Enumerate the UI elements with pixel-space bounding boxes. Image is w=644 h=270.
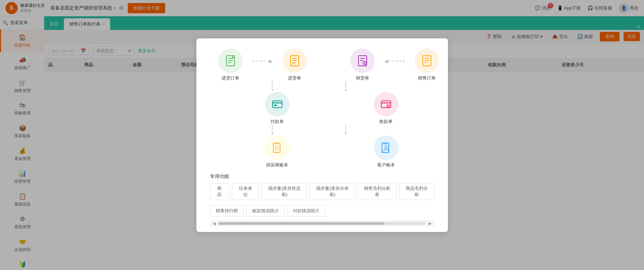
- func-btn-付款情况统计[interactable]: 付款情况统计: [287, 205, 325, 216]
- purchase-bill-label: 进货单: [288, 75, 301, 81]
- flow-node-sales-order[interactable]: 销售订单: [406, 49, 447, 81]
- scroll-thumb: [219, 222, 384, 225]
- sales-bill-circle: [350, 49, 375, 73]
- payment-label: 付款单: [271, 119, 284, 125]
- scroll-left-arrow[interactable]: ◀: [211, 221, 217, 226]
- purchase-order-circle: [218, 49, 243, 73]
- func-btn-商品毛利分析[interactable]: 商品毛利分析: [399, 183, 434, 200]
- scrollbar-row: ◀ ▶: [210, 220, 434, 227]
- flow-diagram: 进货订单 ▶ 进货单: [210, 49, 434, 168]
- func-btn-收款情况统计[interactable]: 收款情况统计: [246, 205, 284, 216]
- flow-node-sales-bill[interactable]: 销货单: [342, 49, 383, 81]
- func-btn-销售毛利分析表[interactable]: 销售毛利分析表: [358, 183, 397, 200]
- common-functions-title: 常用功能: [210, 174, 434, 180]
- customer-account-circle: [374, 136, 398, 160]
- svg-rect-30: [383, 143, 387, 145]
- func-btn-往来单位[interactable]: 往来单位: [232, 183, 259, 200]
- supplier-account-label: 供应商账本: [266, 162, 288, 168]
- func-btn-现存量库存状况表[interactable]: 现存量(库存状况表): [262, 183, 307, 200]
- flow-node-customer-account[interactable]: 客户账本: [366, 136, 406, 168]
- sales-bill-label: 销货单: [356, 75, 369, 81]
- svg-point-31: [385, 146, 387, 149]
- scroll-track[interactable]: [219, 222, 426, 225]
- receipt-label: 收款单: [379, 119, 393, 125]
- sales-order-label: 销售订单: [418, 75, 436, 81]
- supplier-account-circle: [265, 136, 290, 160]
- flow-node-receipt[interactable]: ¥ 收款单: [366, 92, 406, 125]
- flow-node-purchase-bill[interactable]: 进货单: [274, 49, 315, 81]
- purchase-bill-circle: [282, 49, 307, 73]
- modal-content: 进货订单 ▶ 进货单: [196, 38, 448, 232]
- svg-rect-17: [273, 101, 282, 108]
- function-buttons: 商品往来单位现存量(库存状况表)现存量(库存分布表)销售毛利分析表商品毛利分析销…: [210, 183, 434, 216]
- sales-order-circle: [415, 49, 439, 73]
- receipt-circle: ¥: [374, 92, 398, 116]
- func-btn-现存量库存分布表[interactable]: 现存量(库存分布表): [310, 183, 355, 200]
- func-btn-商品[interactable]: 商品: [210, 183, 229, 200]
- customer-account-label: 客户账本: [377, 162, 395, 168]
- svg-text:¥: ¥: [387, 105, 389, 107]
- flow-node-purchase-order[interactable]: 进货订单: [210, 49, 251, 81]
- scroll-right-arrow[interactable]: ▶: [427, 221, 433, 226]
- payment-circle: [265, 92, 290, 116]
- modal-overlay[interactable]: 进货订单 ▶ 进货单: [0, 0, 644, 270]
- flow-node-payment[interactable]: 付款单: [257, 92, 298, 125]
- flow-node-supplier-account[interactable]: 供应商账本: [257, 136, 298, 168]
- svg-rect-19: [274, 105, 277, 106]
- common-functions: 常用功能 商品往来单位现存量(库存状况表)现存量(库存分布表)销售毛利分析表商品…: [210, 174, 434, 216]
- svg-rect-25: [275, 143, 279, 145]
- func-btn-销售排行榜[interactable]: 销售排行榜: [210, 205, 244, 216]
- quick-nav-modal: 进货订单 ▶ 进货单: [196, 38, 448, 232]
- purchase-order-label: 进货订单: [222, 75, 239, 81]
